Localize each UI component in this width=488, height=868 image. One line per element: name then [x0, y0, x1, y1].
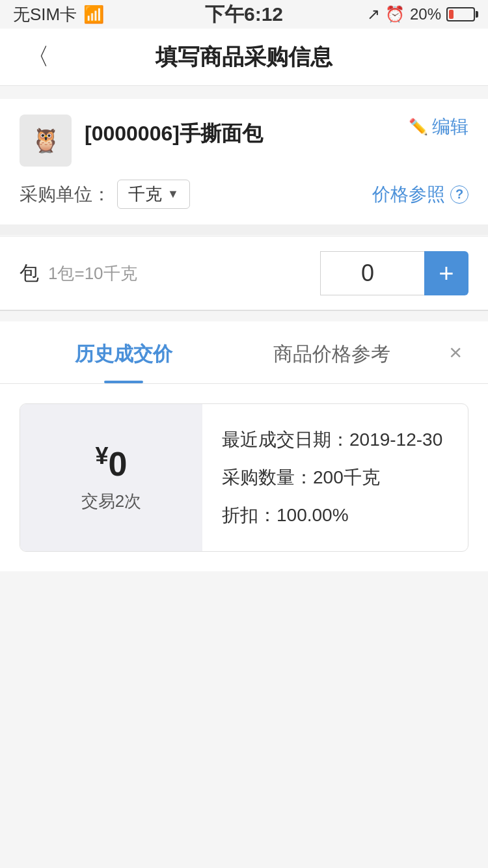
discount-value: 100.00% [277, 505, 349, 525]
price-ref-label: 价格参照 [372, 182, 445, 207]
alarm-icon: ⏰ [385, 5, 405, 23]
recent-date-label: 最近成交日期： [222, 429, 349, 450]
history-price-left: ¥0 交易2次 [20, 404, 202, 551]
tab-history-price[interactable]: 历史成交价 [20, 321, 228, 383]
tabs-header: 历史成交价 商品价格参考 × [0, 321, 488, 384]
product-card: 🦉 [0000006]手撕面包 ✏️ 编辑 采购单位： 千克 ▼ 价格参照 ? [0, 99, 488, 224]
unit-box-label: 包 [20, 260, 39, 287]
time-display: 下午6:12 [205, 1, 283, 28]
tabs-close-button[interactable]: × [436, 327, 468, 378]
tab-history-label: 历史成交价 [75, 343, 172, 364]
wifi-icon: 📶 [83, 5, 104, 25]
unit-row: 采购单位： 千克 ▼ 价格参照 ? [20, 180, 468, 209]
currency-symbol: ¥ [96, 442, 109, 469]
unit-conversion: 1包=10千克 [48, 262, 137, 285]
battery-percent: 20% [410, 5, 441, 23]
edit-label: 编辑 [432, 115, 468, 139]
trade-count: 交易2次 [81, 490, 141, 513]
price-number: 0 [109, 445, 128, 483]
carrier-text: 无SIM卡 [13, 3, 77, 26]
recent-date-row: 最近成交日期：2019-12-30 [222, 426, 448, 454]
quantity-plus-button[interactable]: + [424, 251, 468, 295]
quantity-input[interactable] [320, 251, 424, 295]
purchase-qty-row: 采购数量：200千克 [222, 464, 448, 491]
product-thumbnail: 🦉 [20, 115, 72, 167]
product-logo-icon: 🦉 [31, 127, 61, 154]
discount-label: 折扣： [222, 505, 277, 525]
recent-date-value: 2019-12-30 [349, 429, 442, 450]
history-price-value: ¥0 [96, 442, 128, 483]
status-bar: 无SIM卡 📶 下午6:12 ↗ ⏰ 20% [0, 0, 488, 29]
tabs-section: 历史成交价 商品价格参考 × ¥0 交易2次 最近成交日期：2019-12-30… [0, 321, 488, 571]
edit-button[interactable]: ✏️ 编辑 [409, 115, 468, 139]
tab-price-ref-label: 商品价格参考 [273, 343, 390, 364]
page-title: 填写商品采购信息 [156, 42, 332, 72]
info-icon: ? [450, 185, 468, 204]
unit-value: 千克 [128, 183, 162, 206]
unit-select[interactable]: 千克 ▼ [117, 180, 190, 209]
dropdown-arrow-icon: ▼ [167, 187, 179, 201]
quantity-section: 包 1包=10千克 + [0, 236, 488, 311]
purchase-qty-label: 采购数量： [222, 467, 313, 487]
unit-label: 采购单位： [20, 182, 111, 207]
history-card: ¥0 交易2次 最近成交日期：2019-12-30 采购数量：200千克 折扣：… [20, 403, 468, 552]
tab-price-reference[interactable]: 商品价格参考 [228, 321, 436, 383]
history-details: 最近成交日期：2019-12-30 采购数量：200千克 折扣：100.00% [202, 404, 468, 551]
nav-bar: 〈 填写商品采购信息 [0, 29, 488, 86]
back-button[interactable]: 〈 [20, 34, 56, 79]
pencil-icon: ✏️ [409, 118, 428, 136]
quantity-control: + [320, 251, 468, 295]
price-ref-button[interactable]: 价格参照 ? [372, 182, 468, 207]
purchase-qty-value: 200千克 [313, 467, 380, 487]
navigation-icon: ↗ [367, 5, 380, 23]
quantity-row: 包 1包=10千克 + [0, 237, 488, 311]
section-divider [0, 224, 488, 235]
battery-icon [446, 7, 475, 21]
history-panel: ¥0 交易2次 最近成交日期：2019-12-30 采购数量：200千克 折扣：… [0, 384, 488, 571]
discount-row: 折扣：100.00% [222, 502, 448, 529]
product-name: [0000006]手撕面包 [85, 120, 263, 148]
